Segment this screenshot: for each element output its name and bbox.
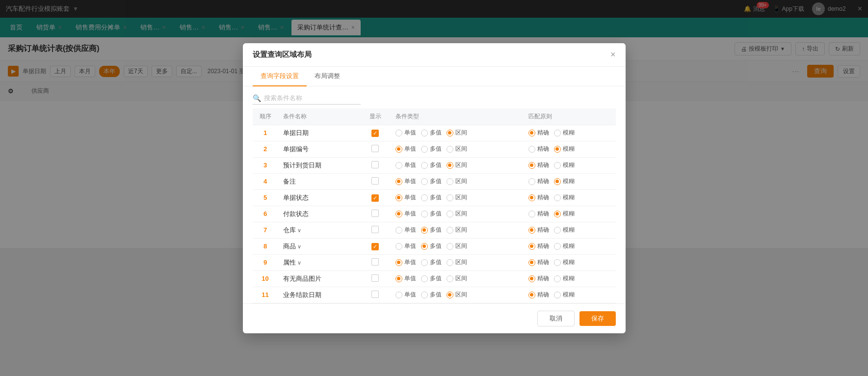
row-match: 精确模糊	[524, 222, 616, 238]
row-name: 单据日期	[278, 125, 360, 141]
col-name: 条件名称	[278, 108, 360, 125]
radio-item-单值[interactable]: 单值	[395, 193, 416, 202]
row-name: 单据编号	[278, 141, 360, 157]
radio-item-模糊[interactable]: 模糊	[554, 161, 575, 169]
row-match: 精确模糊	[524, 157, 616, 173]
row-order: 3	[253, 157, 278, 173]
radio-item-模糊[interactable]: 模糊	[554, 177, 575, 186]
row-match: 精确模糊	[524, 173, 616, 189]
modal-table-wrap: 顺序 条件名称 显示 条件类型 匹配原则 1单据日期单值多值区间精确模糊2单据编…	[243, 108, 626, 248]
radio-item-精确[interactable]: 精确	[528, 226, 549, 234]
row-order: 7	[253, 222, 278, 238]
radio-item-模糊[interactable]: 模糊	[554, 226, 575, 234]
modal-tab-field-settings[interactable]: 查询字段设置	[253, 67, 307, 86]
modal-search-area: 🔍	[243, 86, 626, 108]
row-match: 精确模糊	[524, 141, 616, 157]
search-input[interactable]	[264, 94, 352, 102]
row-type: 单值多值区间	[391, 141, 524, 157]
row-display-checkbox[interactable]	[360, 238, 391, 248]
radio-item-多值[interactable]: 多值	[421, 193, 442, 202]
row-type: 单值多值区间	[391, 189, 524, 206]
row-match: 精确模糊	[524, 206, 616, 222]
radio-item-精确[interactable]: 精确	[528, 242, 549, 248]
radio-item-区间[interactable]: 区间	[447, 177, 467, 186]
row-type: 单值多值区间	[391, 173, 524, 189]
row-display-checkbox[interactable]	[360, 157, 391, 173]
radio-item-多值[interactable]: 多值	[421, 161, 442, 169]
radio-item-多值[interactable]: 多值	[421, 129, 442, 137]
radio-item-区间[interactable]: 区间	[447, 226, 467, 234]
radio-item-多值[interactable]: 多值	[421, 226, 442, 234]
radio-item-单值[interactable]: 单值	[395, 161, 416, 169]
row-order: 2	[253, 141, 278, 157]
table-row: 5单据状态单值多值区间精确模糊	[253, 189, 616, 206]
radio-item-单值[interactable]: 单值	[395, 129, 416, 137]
row-name: 商品 ∨	[278, 238, 360, 248]
radio-item-模糊[interactable]: 模糊	[554, 145, 575, 153]
radio-item-区间[interactable]: 区间	[447, 145, 467, 153]
modal-tab-layout-adjust[interactable]: 布局调整	[307, 67, 348, 86]
row-match: 精确模糊	[524, 125, 616, 141]
row-order: 1	[253, 125, 278, 141]
search-wrap: 🔍	[253, 92, 361, 105]
table-row: 8商品 ∨单值多值区间精确模糊	[253, 238, 616, 248]
radio-item-区间[interactable]: 区间	[447, 129, 467, 137]
radio-item-模糊[interactable]: 模糊	[554, 129, 575, 137]
search-icon: 🔍	[253, 94, 261, 102]
modal-header: 设置查询区域布局 ×	[243, 43, 626, 67]
radio-item-多值[interactable]: 多值	[421, 177, 442, 186]
radio-item-单值[interactable]: 单值	[395, 177, 416, 186]
row-display-checkbox[interactable]	[360, 222, 391, 238]
row-display-checkbox[interactable]	[360, 125, 391, 141]
radio-item-区间[interactable]: 区间	[447, 161, 467, 169]
modal-title: 设置查询区域布局	[253, 50, 312, 59]
radio-item-区间[interactable]: 区间	[447, 242, 467, 248]
radio-item-单值[interactable]: 单值	[395, 210, 416, 218]
col-match: 匹配原则	[524, 108, 616, 125]
radio-item-精确[interactable]: 精确	[528, 161, 549, 169]
table-row: 1单据日期单值多值区间精确模糊	[253, 125, 616, 141]
col-order: 顺序	[253, 108, 278, 125]
modal-overlay: 设置查询区域布局 × 查询字段设置 布局调整 🔍 顺序 条件名称 显示	[0, 0, 868, 248]
radio-item-精确[interactable]: 精确	[528, 177, 549, 186]
radio-item-精确[interactable]: 精确	[528, 193, 549, 202]
table-row: 4备注单值多值区间精确模糊	[253, 173, 616, 189]
radio-item-模糊[interactable]: 模糊	[554, 242, 575, 248]
row-order: 8	[253, 238, 278, 248]
dropdown-icon[interactable]: ∨	[297, 243, 301, 248]
row-type: 单值多值区间	[391, 157, 524, 173]
radio-item-单值[interactable]: 单值	[395, 145, 416, 153]
dropdown-icon[interactable]: ∨	[297, 227, 301, 233]
radio-item-区间[interactable]: 区间	[447, 193, 467, 202]
row-display-checkbox[interactable]	[360, 141, 391, 157]
modal-tabs: 查询字段设置 布局调整	[243, 67, 626, 86]
radio-item-区间[interactable]: 区间	[447, 210, 467, 218]
row-name: 预计到货日期	[278, 157, 360, 173]
radio-item-模糊[interactable]: 模糊	[554, 210, 575, 218]
row-name: 备注	[278, 173, 360, 189]
table-row: 2单据编号单值多值区间精确模糊	[253, 141, 616, 157]
radio-item-多值[interactable]: 多值	[421, 242, 442, 248]
row-order: 5	[253, 189, 278, 206]
row-display-checkbox[interactable]	[360, 189, 391, 206]
row-order: 4	[253, 173, 278, 189]
row-match: 精确模糊	[524, 189, 616, 206]
col-type: 条件类型	[391, 108, 524, 125]
modal: 设置查询区域布局 × 查询字段设置 布局调整 🔍 顺序 条件名称 显示	[243, 43, 626, 248]
radio-item-精确[interactable]: 精确	[528, 145, 549, 153]
row-name: 付款状态	[278, 206, 360, 222]
radio-item-模糊[interactable]: 模糊	[554, 193, 575, 202]
radio-item-单值[interactable]: 单值	[395, 226, 416, 234]
modal-table: 顺序 条件名称 显示 条件类型 匹配原则 1单据日期单值多值区间精确模糊2单据编…	[253, 108, 616, 248]
row-type: 单值多值区间	[391, 238, 524, 248]
radio-item-精确[interactable]: 精确	[528, 129, 549, 137]
row-name: 单据状态	[278, 189, 360, 206]
row-display-checkbox[interactable]	[360, 173, 391, 189]
radio-item-多值[interactable]: 多值	[421, 145, 442, 153]
row-display-checkbox[interactable]	[360, 206, 391, 222]
row-name: 仓库 ∨	[278, 222, 360, 238]
radio-item-单值[interactable]: 单值	[395, 242, 416, 248]
radio-item-多值[interactable]: 多值	[421, 210, 442, 218]
radio-item-精确[interactable]: 精确	[528, 210, 549, 218]
modal-close-button[interactable]: ×	[610, 50, 616, 59]
